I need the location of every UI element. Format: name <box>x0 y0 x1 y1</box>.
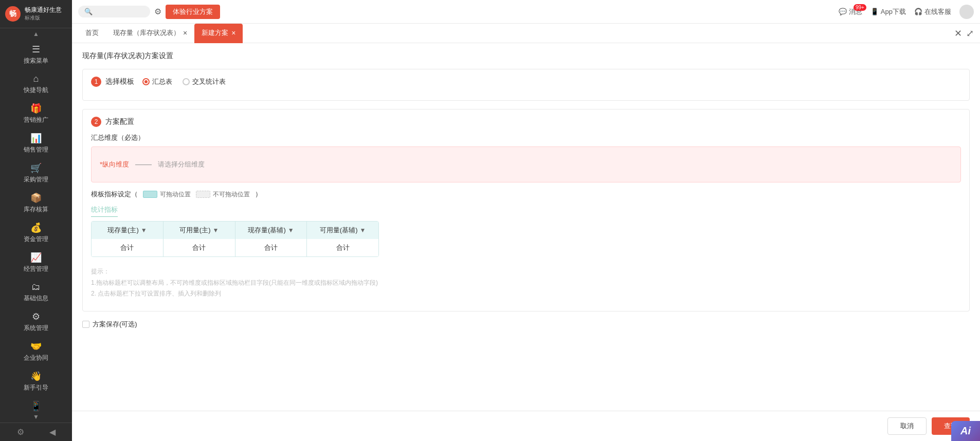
section1-num: 1 <box>91 77 101 87</box>
handshake-icon: 🤝 <box>30 341 42 352</box>
sidebar-nav: ☰ 搜索菜单 ⌂ 快捷导航 🎁 营销推广 📊 销售管理 🛒 采购管理 📦 库存核… <box>0 40 72 411</box>
stats-cell-0-0: 合计 <box>92 239 164 256</box>
stats-section: 统计指标 现存量(主) ▼ 可用量(主) ▼ <box>91 205 961 257</box>
settings-button[interactable]: ⚙ <box>154 7 161 16</box>
wave-icon: 👋 <box>30 371 42 382</box>
folder-icon: 🗂 <box>31 282 41 292</box>
search-menu-icon: ☰ <box>32 44 40 55</box>
section2-title: 方案配置 <box>105 117 134 126</box>
message-group[interactable]: 💬 消息 99+ <box>839 7 862 16</box>
stats-cell-0-1: 合计 <box>164 239 235 256</box>
template-radio-group: 汇总表 交叉统计表 <box>142 77 226 86</box>
tabbar: 首页 现存量（库存状况表） × 新建方案 × ✕ ⤢ <box>72 24 980 43</box>
cancel-button[interactable]: 取消 <box>887 417 927 435</box>
search-icon: 🔍 <box>84 8 93 15</box>
app-download-icon: 📱 <box>870 8 879 15</box>
sidebar-item-search[interactable]: ☰ 搜索菜单 <box>0 40 72 69</box>
section1-title: 选择模板 <box>105 77 134 86</box>
tab-expand-action[interactable]: ⤢ <box>966 28 974 39</box>
online-service-group[interactable]: 🎧 在线客服 <box>914 7 951 16</box>
ai-badge[interactable]: Ai <box>951 421 980 441</box>
service-icon: 🎧 <box>914 8 922 15</box>
user-avatar[interactable] <box>959 5 974 19</box>
sidebar-bottom: ⚙ ◀ <box>0 422 72 441</box>
home-icon: ⌂ <box>33 74 39 84</box>
save-checkbox[interactable] <box>82 321 89 328</box>
draggable-box <box>143 191 157 198</box>
section-config: 2 方案配置 汇总维度（必选） *纵向维度 —— 请选择分组维度 模板指标设定（ <box>82 109 970 311</box>
sidebar-item-cooperation[interactable]: 🤝 企业协同 <box>0 337 72 366</box>
stats-col-3: 可用量(基辅) ▼ <box>307 222 378 239</box>
sidebar-scroll-up[interactable]: ▲ <box>0 28 72 40</box>
trial-button[interactable]: 体验行业方案 <box>166 5 220 19</box>
tab-close-action[interactable]: ✕ <box>954 28 962 39</box>
non-draggable-indicator: 不可拖动位置 <box>196 190 250 199</box>
money-icon: 💰 <box>30 222 42 233</box>
section1-header: 1 选择模板 汇总表 交叉统计表 <box>91 77 961 87</box>
main-area: 🔍 ⚙ 体验行业方案 💬 消息 99+ 📱 App下载 🎧 在线客服 <box>72 0 980 441</box>
col-dropdown-0[interactable]: ▼ <box>141 227 147 234</box>
chart-icon: 📊 <box>30 133 42 144</box>
tab-inventory-close[interactable]: × <box>183 29 187 37</box>
stats-table: 现存量(主) ▼ 可用量(主) ▼ 现存量(基辅) ▼ <box>91 221 379 257</box>
save-label: 方案保存(可选) <box>93 320 137 329</box>
search-box[interactable]: 🔍 <box>78 6 150 17</box>
gear-nav-icon: ⚙ <box>32 311 40 322</box>
sidebar-item-app[interactable]: 📱 应用中心 <box>0 396 72 411</box>
tab-new-plan-close[interactable]: × <box>231 29 235 37</box>
sidebar-item-inventory[interactable]: 📦 库存核算 <box>0 188 72 218</box>
non-draggable-box <box>196 191 210 198</box>
tabbar-actions: ✕ ⤢ <box>954 28 974 39</box>
sidebar: 畅 畅康通好生意 标准版 ▲ ☰ 搜索菜单 ⌂ 快捷导航 🎁 营销推广 📊 销售… <box>0 0 72 441</box>
sidebar-item-guide[interactable]: 👋 新手引导 <box>0 366 72 396</box>
radio-summary[interactable]: 汇总表 <box>142 77 172 86</box>
sidebar-item-sales[interactable]: 📊 销售管理 <box>0 128 72 158</box>
message-badge: 99+ <box>854 4 866 11</box>
col-dropdown-1[interactable]: ▼ <box>213 227 219 234</box>
app-download-group[interactable]: 📱 App下载 <box>870 7 906 16</box>
stats-cell-0-3: 合计 <box>307 239 378 256</box>
tab-home[interactable]: 首页 <box>78 24 106 43</box>
section-template: 1 选择模板 汇总表 交叉统计表 <box>82 69 970 101</box>
col-dropdown-2[interactable]: ▼ <box>288 227 294 234</box>
stats-col-2: 现存量(基辅) ▼ <box>235 222 307 239</box>
sidebar-item-business[interactable]: 📈 经营管理 <box>0 248 72 278</box>
template-label: 模板指标设定（ 可拖动位置 不可拖动位置 ） <box>91 190 961 199</box>
sidebar-item-system[interactable]: ⚙ 系统管理 <box>0 307 72 337</box>
box-icon: 📦 <box>30 192 42 204</box>
logo-icon: 畅 <box>5 6 21 22</box>
draggable-indicator: 可拖动位置 <box>143 190 191 199</box>
content-area: 现存量(库存状况表)方案设置 1 选择模板 汇总表 <box>72 43 980 411</box>
tips-title: 提示： <box>91 267 961 276</box>
radio-summary-circle <box>142 78 150 85</box>
sidebar-item-finance[interactable]: 💰 资金管理 <box>0 218 72 248</box>
page-title: 现存量(库存状况表)方案设置 <box>82 51 970 61</box>
stats-header: 现存量(主) ▼ 可用量(主) ▼ 现存量(基辅) ▼ <box>92 222 378 239</box>
bottom-bar: 取消 查询 <box>72 411 980 441</box>
stats-col-1: 可用量(主) ▼ <box>164 222 235 239</box>
sidebar-item-quick-nav[interactable]: ⌂ 快捷导航 <box>0 69 72 99</box>
collapse-icon[interactable]: ◀ <box>49 427 56 437</box>
tip-item-1: 2. 点击标题栏下拉可设置排序、插入列和删除列 <box>91 289 961 298</box>
col-dropdown-3[interactable]: ▼ <box>360 227 366 234</box>
radio-cross[interactable]: 交叉统计表 <box>183 77 226 86</box>
settings-bottom-icon[interactable]: ⚙ <box>17 427 24 437</box>
tab-new-plan[interactable]: 新建方案 × <box>194 24 243 43</box>
topbar-right: 💬 消息 99+ 📱 App下载 🎧 在线客服 <box>839 5 974 19</box>
sidebar-item-marketing[interactable]: 🎁 营销推广 <box>0 99 72 128</box>
search-input[interactable] <box>96 8 137 15</box>
message-icon: 💬 <box>839 8 847 15</box>
stats-row: 合计 合计 合计 合计 <box>92 239 378 256</box>
tab-inventory[interactable]: 现存量（库存状况表） × <box>106 24 194 43</box>
stats-col-0: 现存量(主) ▼ <box>92 222 164 239</box>
mobile-icon: 📱 <box>30 400 42 411</box>
save-section: 方案保存(可选) <box>82 320 970 329</box>
trend-icon: 📈 <box>30 252 42 263</box>
sidebar-item-base-info[interactable]: 🗂 基础信息 <box>0 278 72 307</box>
gift-icon: 🎁 <box>30 103 42 114</box>
sidebar-scroll-down[interactable]: ▼ <box>0 411 72 422</box>
section2-num: 2 <box>91 117 101 127</box>
stats-title: 统计指标 <box>91 205 118 217</box>
topbar-left: 🔍 ⚙ 体验行业方案 <box>78 5 833 19</box>
sidebar-item-purchase[interactable]: 🛒 采购管理 <box>0 158 72 188</box>
